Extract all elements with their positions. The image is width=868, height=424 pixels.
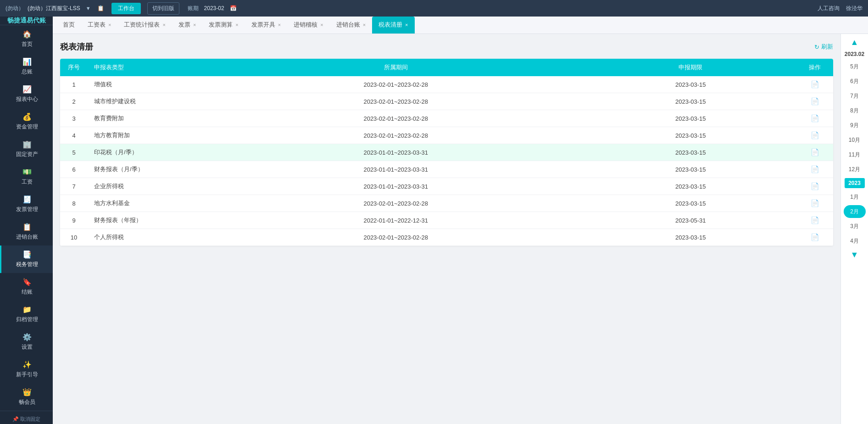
cell-type: 增值税 — [88, 76, 207, 93]
page-header: 税表清册 ↻ 刷新 — [60, 41, 833, 52]
cell-action: 📄 — [796, 127, 833, 144]
sidebar-item-salary[interactable]: 💵 工资 — [0, 163, 53, 190]
tab-salary-report-close[interactable]: × — [162, 22, 165, 28]
row-action-icon[interactable]: 📄 — [811, 233, 819, 241]
sidebar-item-tax[interactable]: 📑 税务管理 — [0, 245, 53, 273]
row-action-icon[interactable]: 📄 — [811, 216, 819, 224]
settle-icon: 🔖 — [22, 278, 32, 286]
month-2-active[interactable]: 2月 — [844, 205, 866, 218]
archive-icon: 📁 — [22, 305, 32, 314]
month-10[interactable]: 10月 — [844, 134, 866, 146]
cell-no: 7 — [60, 178, 88, 195]
tab-inout-ledger[interactable]: 进销台账 × — [330, 17, 372, 33]
tab-invoice-calc[interactable]: 发票测算 × — [202, 17, 245, 33]
tab-salary-close[interactable]: × — [108, 22, 111, 28]
sidebar-item-asset[interactable]: 🏢 固定资产 — [0, 135, 53, 163]
sidebar-item-invoice[interactable]: 🧾 发票管理 — [0, 190, 53, 218]
month-3[interactable]: 3月 — [844, 220, 866, 233]
sidebar-item-archive[interactable]: 📁 归档管理 — [0, 301, 53, 328]
panel-period-header: 2023.02 — [844, 49, 865, 59]
table-row: 3 教育费附加 2023-02-01~2023-02-28 2023-03-15… — [60, 110, 833, 127]
asset-icon: 🏢 — [22, 140, 32, 149]
year-2023-tag: 2023 — [845, 178, 865, 188]
tab-salary[interactable]: 工资表 × — [81, 17, 117, 33]
month-5[interactable]: 5月 — [844, 60, 866, 73]
tab-inout-check-close[interactable]: × — [320, 22, 323, 28]
tab-inout-check[interactable]: 进销稽核 × — [287, 17, 329, 33]
cell-no: 5 — [60, 144, 88, 161]
refresh-button[interactable]: ↻ 刷新 — [814, 43, 833, 51]
tax-icon: 📑 — [22, 250, 32, 259]
home-icon: 🏠 — [22, 30, 32, 39]
calendar-icon[interactable]: 📅 — [230, 5, 237, 11]
fund-icon: 💰 — [22, 112, 32, 121]
sidebar-item-settings[interactable]: ⚙️ 设置 — [0, 328, 53, 356]
month-11[interactable]: 11月 — [844, 148, 866, 161]
cell-period: 2023-01-01~2023-03-31 — [207, 161, 584, 178]
table-row: 7 企业所得税 2023-01-01~2023-03-31 2023-03-15… — [60, 178, 833, 195]
tab-tax-form-close[interactable]: × — [405, 22, 408, 28]
unpin-button[interactable]: 📌 取消固定 — [0, 411, 53, 424]
table-row: 2 城市维护建设税 2023-02-01~2023-02-28 2023-03-… — [60, 93, 833, 110]
tab-salary-report[interactable]: 工资统计报表 × — [117, 17, 172, 33]
table-row: 6 财务报表（月/季） 2023-01-01~2023-03-31 2023-0… — [60, 161, 833, 178]
month-12[interactable]: 12月 — [844, 163, 866, 176]
month-7[interactable]: 7月 — [844, 89, 866, 102]
cell-type: 个人所得税 — [88, 229, 207, 246]
sidebar-item-guide[interactable]: ✨ 新手引导 — [0, 356, 53, 383]
row-action-icon[interactable]: 📄 — [811, 97, 819, 105]
cell-deadline: 2023-03-15 — [584, 229, 796, 246]
cell-period: 2023-02-01~2023-02-28 — [207, 127, 584, 144]
sidebar-item-fund[interactable]: 💰 资金管理 — [0, 108, 53, 135]
cell-action: 📄 — [796, 161, 833, 178]
sidebar-item-inout[interactable]: 📋 进销台账 — [0, 218, 53, 245]
workbench-button[interactable]: 工作台 — [111, 3, 141, 14]
tab-tax-form[interactable]: 税表清册 × — [372, 17, 414, 33]
tab-home[interactable]: 首页 — [56, 17, 81, 33]
row-action-icon[interactable]: 📄 — [811, 131, 819, 139]
row-action-icon[interactable]: 📄 — [811, 114, 819, 122]
cell-no: 4 — [60, 127, 88, 144]
tab-invoice-open-close[interactable]: × — [278, 22, 281, 28]
invoice-icon: 🧾 — [22, 195, 32, 204]
month-8[interactable]: 8月 — [844, 104, 866, 117]
prev-period-button[interactable]: ▲ — [849, 36, 861, 49]
tab-invoice-close[interactable]: × — [193, 22, 196, 28]
col-deadline: 申报期限 — [584, 59, 796, 76]
row-action-icon[interactable]: 📄 — [811, 182, 819, 190]
copy-icon: 📋 — [97, 5, 104, 11]
cell-deadline: 2023-03-15 — [584, 76, 796, 93]
row-action-icon[interactable]: 📄 — [811, 148, 819, 156]
sidebar-item-home[interactable]: 🏠 首页 — [0, 25, 53, 53]
sidebar-item-report[interactable]: 📈 报表中心 — [0, 80, 53, 108]
period-value: 2023-02 — [204, 5, 224, 11]
row-action-icon[interactable]: 📄 — [811, 80, 819, 88]
sidebar-item-ledger[interactable]: 📊 总账 — [0, 53, 53, 80]
month-6[interactable]: 6月 — [844, 75, 866, 88]
user-name[interactable]: 徐泾华 — [846, 5, 862, 12]
tab-invoice-calc-close[interactable]: × — [235, 22, 238, 28]
switch-old-button[interactable]: 切到旧版 — [147, 2, 179, 15]
sidebar-item-vip[interactable]: 👑 畅会员 — [0, 383, 53, 411]
table-row: 1 增值税 2023-02-01~2023-02-28 2023-03-15 📄 — [60, 76, 833, 93]
ledger-icon: 📊 — [22, 57, 32, 66]
report-icon: 📈 — [22, 85, 32, 94]
row-action-icon[interactable]: 📄 — [811, 165, 819, 173]
sidebar: 畅捷通易代账 🏠 首页 📊 总账 📈 报表中心 💰 资金管理 🏢 固定资产 — [0, 17, 53, 424]
month-9[interactable]: 9月 — [844, 119, 866, 132]
month-4[interactable]: 4月 — [844, 234, 866, 247]
user-service-btn[interactable]: 人工咨询 — [818, 5, 840, 12]
company-dropdown-icon[interactable]: ▼ — [86, 6, 91, 11]
tab-invoice-open[interactable]: 发票开具 × — [245, 17, 287, 33]
cell-no: 8 — [60, 195, 88, 212]
company-select[interactable]: (勿动）江西服宝-LSS — [28, 5, 80, 12]
next-period-button[interactable]: ▼ — [849, 248, 861, 262]
cell-action: 📄 — [796, 93, 833, 110]
tab-inout-ledger-close[interactable]: × — [363, 22, 366, 28]
guide-icon: ✨ — [22, 360, 32, 369]
tab-invoice[interactable]: 发票 × — [172, 17, 202, 33]
row-action-icon[interactable]: 📄 — [811, 199, 819, 207]
month-1[interactable]: 1月 — [844, 190, 866, 203]
settings-icon: ⚙️ — [22, 333, 32, 341]
sidebar-item-settle[interactable]: 🔖 结账 — [0, 273, 53, 301]
